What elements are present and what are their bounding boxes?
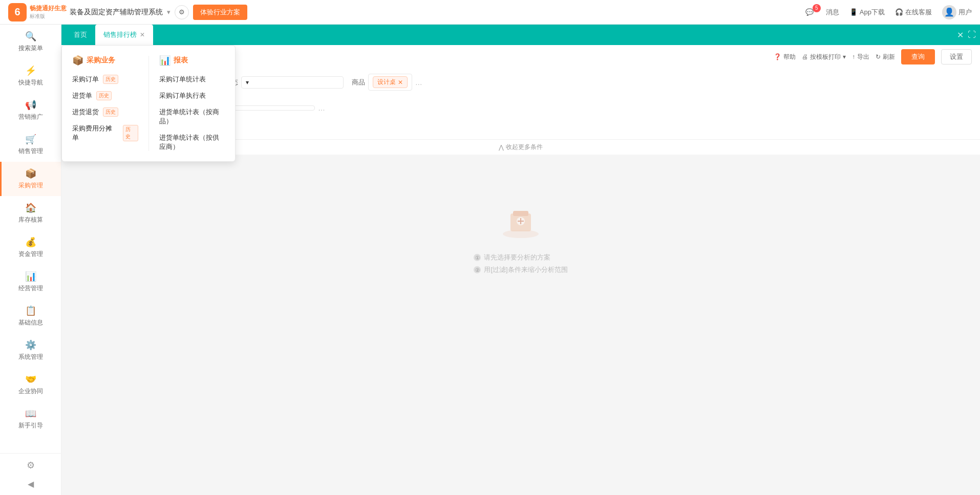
dropdown-item-expense[interactable]: 采购费用分摊单 历史 bbox=[68, 120, 142, 146]
user-avatar: 👤 bbox=[942, 5, 956, 19]
sidebar-item-operations[interactable]: 📊 经营管理 bbox=[0, 265, 61, 299]
dropdown-item-goods-receipt[interactable]: 进货单 历史 bbox=[68, 88, 142, 104]
collapse-chevron-icon: ⋀ bbox=[499, 144, 504, 151]
print-dropdown-icon[interactable]: ▾ bbox=[843, 53, 846, 60]
sidebar-label-operations: 经营管理 bbox=[18, 284, 43, 293]
headset-icon: 🎧 bbox=[895, 8, 903, 16]
tab-bar: 首页 销售排行榜 ✕ ✕ ⛶ bbox=[61, 25, 980, 45]
sidebar-label-quicknav: 快捷导航 bbox=[18, 78, 43, 87]
empty-dot-1: ① bbox=[474, 254, 481, 261]
logo-icon: 6 bbox=[8, 3, 27, 21]
inventory-icon: 🏠 bbox=[25, 202, 36, 213]
export-btn[interactable]: ↑ 导出 bbox=[852, 53, 869, 61]
system-title[interactable]: 装备及固定资产辅助管理系统 bbox=[70, 8, 163, 17]
top-bar: 6 畅捷通好生意 标准版 装备及固定资产辅助管理系统 ▾ ⚙ 体验行业方案 💬 … bbox=[0, 0, 980, 25]
tab-close-all-icon[interactable]: ✕ bbox=[957, 30, 964, 40]
dropdown-item-order-exec-label: 采购订单执行表 bbox=[159, 91, 206, 100]
marketing-icon: 📢 bbox=[25, 99, 36, 111]
tab-home[interactable]: 首页 bbox=[66, 25, 95, 45]
sidebar-item-sales[interactable]: 🛒 销售管理 bbox=[0, 127, 61, 162]
message-badge: 5 bbox=[813, 4, 821, 12]
system-dropdown-icon[interactable]: ▾ bbox=[167, 8, 171, 16]
order-status-input[interactable]: ▾ bbox=[241, 76, 344, 89]
message-label: 消息 bbox=[826, 8, 839, 17]
help-btn[interactable]: ❓ 帮助 bbox=[774, 53, 796, 61]
dropdown-item-purchase-order[interactable]: 采购订单 历史 bbox=[68, 71, 142, 88]
user-label: 用户 bbox=[958, 8, 972, 17]
tab-sales-rank[interactable]: 销售排行榜 ✕ bbox=[95, 25, 153, 45]
tab-sales-rank-label: 销售排行榜 bbox=[103, 30, 137, 39]
goods-tag-text: 设计桌 bbox=[377, 78, 396, 87]
industry-btn[interactable]: 体验行业方案 bbox=[193, 5, 247, 20]
sidebar-item-inventory[interactable]: 🏠 库存核算 bbox=[0, 196, 61, 230]
message-btn[interactable]: 💬 5 消息 bbox=[805, 8, 839, 17]
sidebar-item-quicknav[interactable]: ⚡ 快捷导航 bbox=[0, 59, 61, 93]
sidebar-label-guide: 新手引导 bbox=[18, 421, 43, 430]
dropdown-item-order-stat-label: 采购订单统计表 bbox=[159, 75, 206, 84]
dropdown-item-return[interactable]: 进货退货 历史 bbox=[68, 104, 142, 120]
tab-close-icon[interactable]: ✕ bbox=[140, 31, 145, 38]
user-area[interactable]: 👤 用户 bbox=[942, 5, 972, 19]
search-btn[interactable]: 查询 bbox=[901, 49, 935, 64]
sidebar-label-system: 系统管理 bbox=[18, 353, 43, 361]
phone-icon: 📱 bbox=[849, 8, 858, 16]
print-btn[interactable]: 🖨 按模板打印 ▾ bbox=[802, 53, 846, 61]
sidebar-item-purchase[interactable]: 📦 采购管理 bbox=[0, 162, 61, 196]
dropdown-item-return-label: 进货退货 bbox=[72, 107, 99, 117]
sidebar-item-guide[interactable]: 📖 新手引导 bbox=[0, 402, 61, 436]
dropdown-item-receipt-supplier[interactable]: 进货单统计表（按供应商） bbox=[155, 130, 229, 155]
sidebar-item-finance[interactable]: 💰 资金管理 bbox=[0, 230, 61, 265]
refresh-icon: ↻ bbox=[876, 53, 881, 60]
sidebar-item-search[interactable]: 🔍 搜索菜单 bbox=[0, 25, 61, 59]
empty-tip-1-text: 请先选择要分析的方案 bbox=[484, 253, 550, 262]
tab-home-label: 首页 bbox=[74, 30, 87, 39]
guide-icon: 📖 bbox=[25, 408, 36, 419]
print-label: 按模板打印 bbox=[810, 53, 841, 61]
settings-icon[interactable]: ⚙ bbox=[175, 5, 189, 19]
goods-input[interactable]: 设计桌 ✕ bbox=[368, 74, 412, 91]
dropdown-item-order-exec[interactable]: 采购订单执行表 bbox=[155, 88, 229, 104]
sidebar-collapse-btn[interactable]: ◀ bbox=[28, 479, 34, 489]
empty-state: ① 请先选择要分析的方案 ② 用[过滤]条件来缩小分析范围 bbox=[61, 155, 980, 315]
sidebar-item-marketing[interactable]: 📢 营销推广 bbox=[0, 93, 61, 127]
purchase-header-label: 采购业务 bbox=[87, 56, 115, 65]
app-download-btn[interactable]: 📱 App下载 bbox=[849, 8, 885, 17]
operations-icon: 📊 bbox=[25, 271, 36, 282]
sidebar-item-collab[interactable]: 🤝 企业协同 bbox=[0, 368, 61, 402]
goods-more-dots[interactable]: … bbox=[415, 78, 422, 87]
sidebar-label-purchase: 采购管理 bbox=[18, 181, 43, 190]
dropdown-item-goods-receipt-label: 进货单 bbox=[72, 91, 92, 100]
salesperson-dots[interactable]: … bbox=[318, 104, 325, 112]
online-service-btn[interactable]: 🎧 在线客服 bbox=[895, 8, 932, 17]
goods-label: 商品 bbox=[352, 78, 365, 87]
sidebar-label-basic: 基础信息 bbox=[18, 318, 43, 327]
sidebar-label-search: 搜索菜单 bbox=[18, 44, 43, 53]
return-history-badge: 历史 bbox=[103, 107, 118, 117]
purchase-order-history-badge: 历史 bbox=[103, 75, 118, 84]
tab-expand-icon[interactable]: ⛶ bbox=[968, 30, 976, 39]
refresh-btn[interactable]: ↻ 刷新 bbox=[876, 53, 895, 61]
goods-tag-close[interactable]: ✕ bbox=[398, 79, 403, 86]
sidebar-item-basic[interactable]: 📋 基础信息 bbox=[0, 299, 61, 333]
tab-bar-right: ✕ ⛶ bbox=[957, 30, 976, 40]
top-right: 💬 5 消息 📱 App下载 🎧 在线客服 👤 用户 bbox=[805, 5, 972, 19]
purchase-dropdown-menu: 📦 采购业务 采购订单 历史 进货单 历史 进货退货 历史 采购费用分摊单 历史 bbox=[61, 45, 236, 162]
dropdown-purchase-col: 📦 采购业务 采购订单 历史 进货单 历史 进货退货 历史 采购费用分摊单 历史 bbox=[62, 52, 148, 155]
purchase-header-icon: 📦 bbox=[72, 55, 83, 66]
purchase-icon: 📦 bbox=[25, 168, 36, 179]
sidebar-settings-icon[interactable]: ⚙ bbox=[27, 460, 35, 471]
settings-action-btn[interactable]: 设置 bbox=[941, 49, 972, 64]
empty-illustration bbox=[495, 196, 546, 247]
system-icon: ⚙️ bbox=[25, 339, 36, 351]
sidebar-label-finance: 资金管理 bbox=[18, 250, 43, 259]
export-label: 导出 bbox=[857, 53, 869, 61]
search-icon: 🔍 bbox=[25, 31, 36, 42]
dropdown-report-col: 📊 报表 采购订单统计表 采购订单执行表 进货单统计表（按商品） 进货单统计表（… bbox=[149, 52, 236, 155]
dropdown-item-purchase-order-label: 采购订单 bbox=[72, 75, 99, 84]
dropdown-item-order-stat[interactable]: 采购订单统计表 bbox=[155, 71, 229, 88]
logo-title: 畅捷通好生意 bbox=[30, 4, 67, 13]
sidebar-label-collab: 企业协同 bbox=[18, 387, 43, 396]
sidebar-item-system[interactable]: ⚙️ 系统管理 bbox=[0, 333, 61, 368]
top-center: 装备及固定资产辅助管理系统 ▾ ⚙ 体验行业方案 bbox=[70, 5, 805, 20]
dropdown-item-receipt-goods[interactable]: 进货单统计表（按商品） bbox=[155, 104, 229, 130]
